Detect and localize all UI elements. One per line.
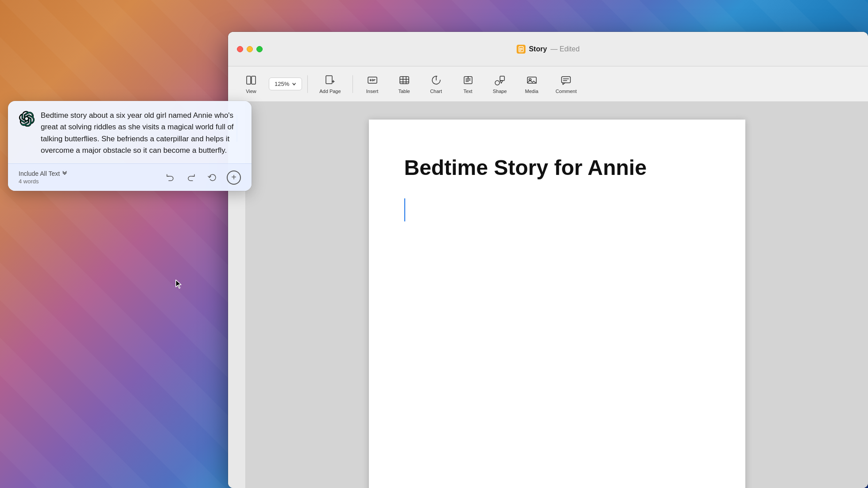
chart-icon xyxy=(430,74,442,86)
ai-panel: Bedtime story about a six year old girl … xyxy=(8,101,252,191)
maximize-button[interactable] xyxy=(256,46,263,52)
document-area[interactable]: Bedtime Story for Annie xyxy=(246,102,868,488)
undo-button[interactable] xyxy=(163,170,177,185)
media-label: Media xyxy=(525,89,539,94)
ai-panel-body: Bedtime story about a six year old girl … xyxy=(8,101,252,163)
shape-button[interactable]: Shape xyxy=(486,70,514,97)
window-edited-label: — Edited xyxy=(550,45,580,53)
media-icon xyxy=(526,74,538,86)
view-icon xyxy=(245,74,257,86)
insert-icon xyxy=(366,74,379,86)
svg-rect-5 xyxy=(252,76,256,84)
text-cursor xyxy=(404,198,405,221)
redo-button[interactable] xyxy=(184,170,198,185)
shape-label: Shape xyxy=(493,89,507,94)
footer-actions: + xyxy=(163,170,241,185)
add-page-button[interactable]: Add Page xyxy=(313,70,347,97)
add-page-label: Add Page xyxy=(319,89,341,94)
svg-marker-31 xyxy=(500,81,503,83)
ai-avatar-icon xyxy=(19,111,35,127)
table-icon xyxy=(398,74,411,86)
comment-button[interactable]: Comment xyxy=(550,70,583,97)
chart-button[interactable]: Chart xyxy=(422,70,450,97)
add-button[interactable]: + xyxy=(227,170,241,185)
document-page[interactable]: Bedtime Story for Annie xyxy=(369,120,745,488)
ai-panel-footer: Include All Text 4 words xyxy=(8,163,252,191)
include-text-label[interactable]: Include All Text xyxy=(19,170,68,177)
chart-label: Chart xyxy=(430,89,442,94)
ai-message: Bedtime story about a six year old girl … xyxy=(19,110,241,156)
traffic-lights xyxy=(237,46,263,52)
content-area: Bedtime Story for Annie xyxy=(228,102,868,488)
toolbar-separator-2 xyxy=(353,75,353,93)
table-button[interactable]: Table xyxy=(390,70,418,97)
refresh-button[interactable] xyxy=(205,170,220,185)
close-button[interactable] xyxy=(237,46,243,52)
text-label: Text xyxy=(463,89,472,94)
ai-message-text: Bedtime story about a six year old girl … xyxy=(41,110,241,156)
insert-button[interactable]: Insert xyxy=(358,70,387,97)
add-page-icon xyxy=(324,74,336,86)
text-button[interactable]: Text xyxy=(454,70,482,97)
svg-rect-15 xyxy=(400,77,409,84)
document-title[interactable]: Bedtime Story for Annie xyxy=(404,155,710,181)
comment-label: Comment xyxy=(556,89,577,94)
svg-point-30 xyxy=(495,81,500,85)
svg-rect-29 xyxy=(500,76,504,81)
toolbar-separator-1 xyxy=(307,75,308,93)
pages-window: Story — Edited View 125% xyxy=(228,32,868,488)
view-label: View xyxy=(246,89,256,94)
svg-rect-4 xyxy=(247,76,251,84)
window-title: Story xyxy=(529,45,547,53)
table-label: Table xyxy=(398,89,410,94)
comment-icon xyxy=(560,74,572,86)
toolbar: View 125% Add Page xyxy=(228,66,868,102)
minimize-button[interactable] xyxy=(247,46,253,52)
svg-rect-6 xyxy=(326,76,332,84)
media-button[interactable]: Media xyxy=(518,70,546,97)
app-icon xyxy=(516,45,525,54)
word-count: 4 words xyxy=(19,178,68,185)
insert-label: Insert xyxy=(366,89,379,94)
window-title-area: Story — Edited xyxy=(516,45,580,54)
svg-rect-34 xyxy=(562,77,570,83)
shape-icon xyxy=(494,74,506,86)
footer-left: Include All Text 4 words xyxy=(19,170,68,185)
zoom-button[interactable]: 125% xyxy=(269,77,302,90)
zoom-value: 125% xyxy=(275,81,289,87)
view-button[interactable]: View xyxy=(237,70,265,97)
text-icon xyxy=(462,74,474,86)
title-bar: Story — Edited xyxy=(228,32,868,66)
